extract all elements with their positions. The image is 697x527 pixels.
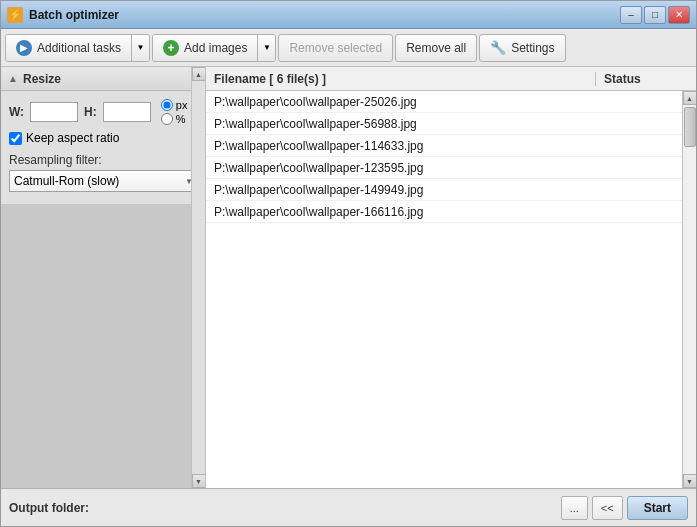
keep-aspect-row: Keep aspect ratio: [9, 131, 197, 145]
window-title: Batch optimizer: [29, 8, 614, 22]
back-button[interactable]: <<: [592, 496, 623, 520]
collapse-icon[interactable]: ▲: [7, 73, 19, 85]
percent-radio-item[interactable]: %: [161, 113, 188, 125]
status-column-header: Status: [596, 72, 696, 86]
add-images-dropdown[interactable]: ▼: [257, 35, 275, 61]
remove-selected-button[interactable]: Remove selected: [278, 34, 393, 62]
file-path: P:\wallpaper\cool\wallpaper-123595.jpg: [206, 161, 582, 175]
scroll-up-button[interactable]: ▲: [192, 67, 206, 81]
file-list: P:\wallpaper\cool\wallpaper-25026.jpgP:\…: [206, 91, 682, 488]
remove-selected-label: Remove selected: [289, 41, 382, 55]
additional-tasks-split-button: ▶ Additional tasks ▼: [5, 34, 150, 62]
file-path: P:\wallpaper\cool\wallpaper-166116.jpg: [206, 205, 582, 219]
w-label: W:: [9, 105, 24, 119]
resampling-row: Resampling filter: Catmull-Rom (slow) Bi…: [9, 153, 197, 192]
section-title: Resize: [23, 72, 61, 86]
left-panel: ▲ Resize W: H: px: [1, 67, 206, 488]
toolbar: ▶ Additional tasks ▼ + Add images ▼ Remo…: [1, 29, 696, 67]
app-icon: ⚡: [7, 7, 23, 23]
px-radio-item[interactable]: px: [161, 99, 188, 111]
add-images-button[interactable]: + Add images: [153, 35, 257, 61]
resampling-select-wrapper: Catmull-Rom (slow) Bilinear Bicubic Near…: [9, 170, 197, 192]
settings-label: Settings: [511, 41, 554, 55]
add-images-label: Add images: [184, 41, 247, 55]
remove-all-label: Remove all: [406, 41, 466, 55]
window-controls: – □ ✕: [620, 6, 690, 24]
add-icon: +: [163, 40, 179, 56]
table-row[interactable]: P:\wallpaper\cool\wallpaper-56988.jpg: [206, 113, 682, 135]
table-row[interactable]: P:\wallpaper\cool\wallpaper-25026.jpg: [206, 91, 682, 113]
resampling-select[interactable]: Catmull-Rom (slow) Bilinear Bicubic Near…: [9, 170, 197, 192]
h-label: H:: [84, 105, 97, 119]
play-icon: ▶: [16, 40, 32, 56]
main-area: ▲ Resize W: H: px: [1, 67, 696, 488]
keep-aspect-label: Keep aspect ratio: [26, 131, 119, 145]
right-panel: Filename [ 6 file(s) ] Status P:\wallpap…: [206, 67, 696, 488]
scroll-top-button[interactable]: ▲: [683, 91, 697, 105]
keep-aspect-checkbox[interactable]: [9, 132, 22, 145]
percent-label: %: [176, 113, 186, 125]
resampling-label: Resampling filter:: [9, 153, 197, 167]
file-path: P:\wallpaper\cool\wallpaper-25026.jpg: [206, 95, 582, 109]
output-folder-label: Output folder:: [9, 501, 89, 515]
main-window: ⚡ Batch optimizer – □ ✕ ▶ Additional tas…: [0, 0, 697, 527]
file-list-header: Filename [ 6 file(s) ] Status: [206, 67, 696, 91]
remove-all-button[interactable]: Remove all: [395, 34, 477, 62]
left-panel-empty-area: [1, 204, 205, 488]
settings-icon: 🔧: [490, 40, 506, 55]
px-radio[interactable]: [161, 99, 173, 111]
filename-column-header: Filename [ 6 file(s) ]: [206, 72, 596, 86]
maximize-button[interactable]: □: [644, 6, 666, 24]
settings-button[interactable]: 🔧 Settings: [479, 34, 565, 62]
scroll-bottom-button[interactable]: ▼: [683, 474, 697, 488]
left-scrollbar: ▲ ▼: [191, 67, 205, 488]
table-row[interactable]: P:\wallpaper\cool\wallpaper-149949.jpg: [206, 179, 682, 201]
minimize-button[interactable]: –: [620, 6, 642, 24]
width-input[interactable]: [30, 102, 78, 122]
file-path: P:\wallpaper\cool\wallpaper-114633.jpg: [206, 139, 582, 153]
close-button[interactable]: ✕: [668, 6, 690, 24]
additional-tasks-button[interactable]: ▶ Additional tasks: [6, 35, 131, 61]
bottom-bar: Output folder: ... << Start: [1, 488, 696, 526]
height-input[interactable]: [103, 102, 151, 122]
file-path: P:\wallpaper\cool\wallpaper-56988.jpg: [206, 117, 582, 131]
scrollbar-thumb[interactable]: [684, 107, 696, 147]
bottom-right-controls: ... << Start: [561, 496, 688, 520]
title-bar: ⚡ Batch optimizer – □ ✕: [1, 1, 696, 29]
resize-options: W: H: px %: [1, 91, 205, 204]
browse-button[interactable]: ...: [561, 496, 588, 520]
add-images-split-button: + Add images ▼: [152, 34, 276, 62]
dimensions-row: W: H: px %: [9, 99, 197, 125]
percent-radio[interactable]: [161, 113, 173, 125]
start-button[interactable]: Start: [627, 496, 688, 520]
unit-radio-group: px %: [161, 99, 188, 125]
additional-tasks-dropdown[interactable]: ▼: [131, 35, 149, 61]
resize-section-header: ▲ Resize: [1, 67, 205, 91]
file-list-container: P:\wallpaper\cool\wallpaper-25026.jpgP:\…: [206, 91, 696, 488]
table-row[interactable]: P:\wallpaper\cool\wallpaper-123595.jpg: [206, 157, 682, 179]
additional-tasks-label: Additional tasks: [37, 41, 121, 55]
table-row[interactable]: P:\wallpaper\cool\wallpaper-166116.jpg: [206, 201, 682, 223]
file-path: P:\wallpaper\cool\wallpaper-149949.jpg: [206, 183, 582, 197]
vertical-scrollbar: ▲ ▼: [682, 91, 696, 488]
px-label: px: [176, 99, 188, 111]
table-row[interactable]: P:\wallpaper\cool\wallpaper-114633.jpg: [206, 135, 682, 157]
scroll-down-button[interactable]: ▼: [192, 474, 206, 488]
